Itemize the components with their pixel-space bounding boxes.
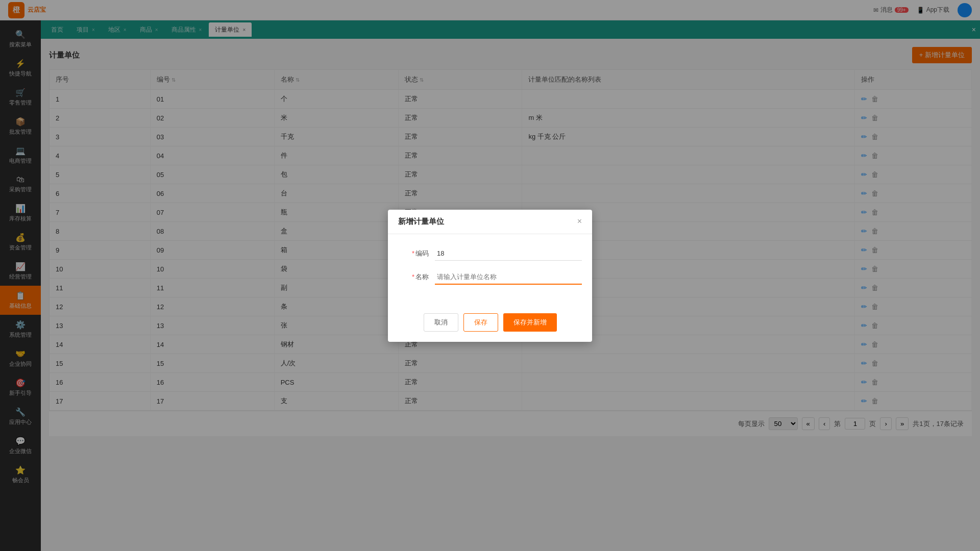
add-unit-modal: 新增计量单位 × *编码 *名称 取消 保存 保存并新增: [388, 210, 592, 342]
modal-close-btn[interactable]: ×: [577, 217, 582, 226]
modal-body: *编码 *名称: [388, 234, 592, 306]
required-star-name: *: [412, 273, 414, 281]
modal-header: 新增计量单位 ×: [388, 210, 592, 234]
form-row-code: *编码: [398, 246, 582, 261]
code-label: *编码: [398, 249, 429, 258]
save-new-button[interactable]: 保存并新增: [503, 313, 557, 332]
name-input[interactable]: [435, 270, 582, 285]
name-label: *名称: [398, 272, 429, 282]
cancel-button[interactable]: 取消: [424, 313, 458, 332]
form-row-name: *名称: [398, 270, 582, 285]
modal-title: 新增计量单位: [398, 217, 444, 227]
modal-footer: 取消 保存 保存并新增: [388, 306, 592, 342]
code-input[interactable]: [435, 246, 582, 261]
required-star-code: *: [412, 249, 414, 257]
modal-overlay[interactable]: 新增计量单位 × *编码 *名称 取消 保存 保存并新增: [0, 0, 980, 551]
save-button[interactable]: 保存: [463, 313, 498, 332]
